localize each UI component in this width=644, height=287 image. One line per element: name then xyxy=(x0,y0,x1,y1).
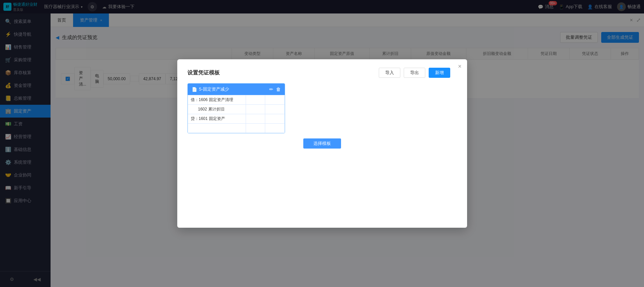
template-credit-amount-2 xyxy=(265,105,284,114)
template-entries-table: 借：1606 固定资产清理 1602 累计折旧 贷：1601 固定资产 xyxy=(188,95,285,133)
template-card-header: 📄 5-固定资产减少 ✏ 🗑 xyxy=(188,84,285,95)
template-card-title: 📄 5-固定资产减少 xyxy=(192,86,229,92)
template-card: 📄 5-固定资产减少 ✏ 🗑 借：1606 固定资产清理 1602 累 xyxy=(187,83,285,133)
template-name: 5-固定资产减少 xyxy=(199,86,229,92)
template-edit-icon[interactable]: ✏ xyxy=(269,87,273,92)
modal-close-btn[interactable]: × xyxy=(458,63,462,69)
template-empty-cell-3 xyxy=(265,124,284,133)
template-delete-icon[interactable]: 🗑 xyxy=(276,87,281,92)
template-credit-amount-b xyxy=(265,114,284,124)
template-card-actions: ✏ 🗑 xyxy=(269,87,281,92)
template-doc-icon: 📄 xyxy=(192,87,197,92)
template-empty-cell-1 xyxy=(188,124,246,133)
template-credit-amount-1 xyxy=(265,95,284,105)
new-btn[interactable]: 新增 xyxy=(429,68,450,78)
template-credit-amount-a xyxy=(246,114,265,124)
template-credit-row-1: 贷：1601 固定资产 xyxy=(188,114,284,124)
modal-toolbar: 导入 导出 新增 xyxy=(379,68,450,78)
export-btn[interactable]: 导出 xyxy=(404,68,425,78)
template-debit-amount-1 xyxy=(246,95,265,105)
template-empty-row xyxy=(188,124,284,133)
modal-overlay: 设置凭证模板 × 导入 导出 新增 📄 5-固定资产减少 ✏ 🗑 xyxy=(0,0,644,287)
import-btn[interactable]: 导入 xyxy=(379,68,400,78)
template-debit-row-2: 1602 累计折旧 xyxy=(188,105,284,114)
template-debit-label-1: 借：1606 固定资产清理 xyxy=(188,95,246,105)
modal-set-voucher-template: 设置凭证模板 × 导入 导出 新增 📄 5-固定资产减少 ✏ 🗑 xyxy=(177,59,467,228)
template-debit-amount-2 xyxy=(246,105,265,114)
select-template-container: 选择模板 xyxy=(187,138,457,149)
template-debit-row-1: 借：1606 固定资产清理 xyxy=(188,95,284,105)
template-debit-label-2: 1602 累计折旧 xyxy=(188,105,246,114)
template-credit-label-1: 贷：1601 固定资产 xyxy=(188,114,246,124)
select-template-btn[interactable]: 选择模板 xyxy=(303,138,341,149)
template-empty-cell-2 xyxy=(246,124,265,133)
